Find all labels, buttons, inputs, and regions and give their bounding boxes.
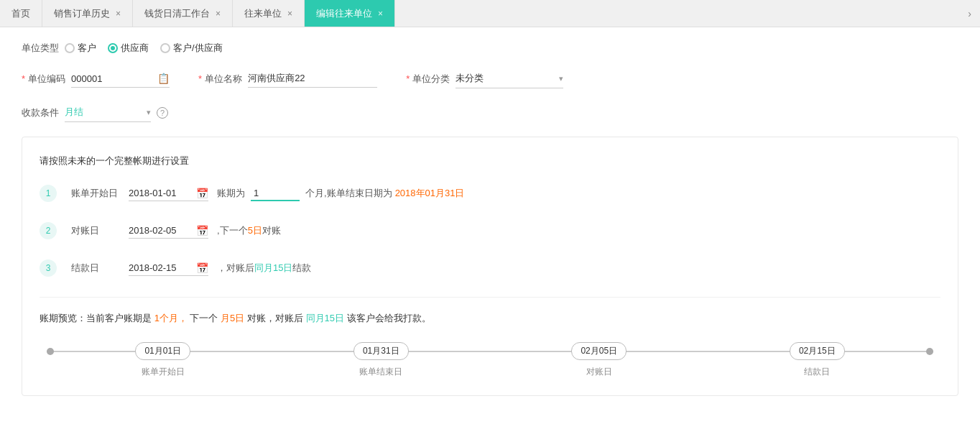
step-3-num: 3 [40,259,57,277]
step-1-period-label: 账期为 [217,187,245,200]
tab-editpartner-label: 编辑往来单位 [316,7,372,20]
timeline-node-3: 02月05日 对账日 [490,342,708,378]
tab-editpartner[interactable]: 编辑往来单位 × [305,0,395,27]
step-1-date-field: 📅 [129,186,208,201]
tab-editpartner-close[interactable]: × [378,9,383,19]
step-2-label: 对账日 [71,224,129,237]
help-icon[interactable]: ? [157,107,168,119]
preview-text: 账期预览：当前客户账期是 1个月， 下一个 月5日 对账，对账后 同月15日 该… [40,312,940,325]
unit-category-arrow: ▾ [559,74,563,83]
step-1-num: 1 [40,185,57,202]
step-3-label: 结款日 [71,262,129,275]
radio-both-label: 客户/供应商 [173,42,223,55]
timeline-pill-2: 01月31日 [353,342,409,360]
step-2-date-field: 📅 [129,224,208,239]
step-1-calendar-icon[interactable]: 📅 [196,188,208,199]
preview-part2-post: 对账，对账后 [247,313,303,323]
step-1-label: 账单开始日 [71,187,129,200]
step-1-period-end: 2018年01月31日 [395,187,465,200]
timeline-label-1: 账单开始日 [142,366,185,378]
step-2-desc-post: 对账 [262,224,281,237]
step-3-desc-teal: 同月15日 [254,262,292,275]
preview-part2-pre: 下一个 [190,313,218,323]
timeline-pill-1: 01月01日 [135,342,190,360]
unit-category-dropdown[interactable]: 未分类 ▾ [456,69,563,88]
tab-scroll-arrow[interactable]: › [959,8,980,19]
step-1-period-field [251,186,300,201]
unit-code-field: 📋 [71,70,170,88]
unit-name-group: * 单位名称 [198,70,377,88]
step-3-calendar-icon[interactable]: 📅 [196,262,208,274]
preview-label: 账期预览：当前客户账期是 [40,313,152,323]
unit-code-star: * [22,73,25,84]
tab-home[interactable]: 首页 [0,0,42,27]
radio-both[interactable]: 客户/供应商 [160,42,223,55]
tab-cashwork[interactable]: 钱货日清工作台 × [133,0,233,27]
tab-partner-close[interactable]: × [287,9,292,19]
timeline-pill-3: 02月05日 [571,342,627,360]
radio-group: 客户 供应商 客户/供应商 [65,42,223,55]
unit-name-label: 单位名称 [205,73,242,86]
radio-customer-label: 客户 [78,42,96,55]
radio-customer[interactable]: 客户 [65,42,96,55]
card-title: 请按照未来的一个完整帐期进行设置 [40,155,940,167]
radio-supplier-label: 供应商 [121,42,149,55]
tab-partner-label: 往来单位 [244,7,282,20]
timeline-start-dot [47,348,54,355]
tab-bar: 首页 销售订单历史 × 钱货日清工作台 × 往来单位 × 编辑往来单位 × › [0,0,980,27]
unit-info-row: * 单位编码 📋 * 单位名称 * 单位分类 未分类 ▾ [22,69,958,88]
step-1-date-input[interactable] [129,188,193,198]
timeline-label-3: 对账日 [586,366,612,378]
settings-card: 请按照未来的一个完整帐期进行设置 1 账单开始日 📅 账期为 个月,账单结束日期… [22,137,958,396]
timeline: 01月01日 账单开始日 01月31日 账单结束日 02月05日 对账日 02月… [40,342,940,378]
step-3-desc-pre: ，对账后 [217,262,254,275]
copy-icon[interactable]: 📋 [157,73,170,84]
timeline-node-1: 01月01日 账单开始日 [54,342,272,378]
payment-terms-group: 收款条件 月结 ▾ ? [22,103,168,122]
timeline-node-4: 02月15日 结款日 [708,342,927,378]
payment-terms-dropdown[interactable]: 月结 ▾ [65,103,151,122]
tab-sales[interactable]: 销售订单历史 × [42,0,133,27]
step-2-row: 2 对账日 📅 ,下一个 5日 对账 [40,222,940,239]
unit-category-group: * 单位分类 未分类 ▾ [406,69,563,88]
timeline-pill-4: 02月15日 [790,342,845,360]
step-3-row: 3 结款日 📅 ，对账后 同月15日 结款 [40,259,940,277]
step-3-date-input[interactable] [129,262,193,273]
unit-type-group: 单位类型 客户 供应商 客户/供应商 [22,42,223,55]
step-3-desc-post: 结款 [292,262,311,275]
unit-category-value: 未分类 [456,72,553,85]
tab-cashwork-close[interactable]: × [216,9,221,19]
step-2-num: 2 [40,222,57,239]
timeline-label-4: 结款日 [804,366,830,378]
unit-name-star: * [198,73,202,84]
page-content: 单位类型 客户 供应商 客户/供应商 * 单位编码 [0,27,980,437]
radio-supplier-circle [108,43,118,53]
unit-code-label: 单位编码 [28,73,65,86]
payment-terms-value: 月结 [65,106,141,119]
preview-part3-teal: 同月15日 [306,313,344,323]
step-1-period-input[interactable] [254,188,297,198]
tab-cashwork-label: 钱货日清工作台 [144,7,210,20]
unit-type-label: 单位类型 [22,42,59,55]
step-2-date-input[interactable] [129,225,193,236]
tab-sales-close[interactable]: × [116,9,121,19]
tab-partner[interactable]: 往来单位 × [233,0,305,27]
radio-supplier[interactable]: 供应商 [108,42,149,55]
unit-code-group: * 单位编码 📋 [22,70,170,88]
payment-terms-row: 收款条件 月结 ▾ ? [22,103,958,122]
radio-both-circle [160,43,170,53]
timeline-node-2: 01月31日 账单结束日 [272,342,491,378]
step-3-date-field: 📅 [129,261,208,276]
radio-customer-circle [65,43,75,53]
step-2-calendar-icon[interactable]: 📅 [196,225,208,236]
timeline-end-dot [926,348,933,355]
step-1-row: 1 账单开始日 📅 账期为 个月,账单结束日期为 2018年01月31日 [40,185,940,202]
step-2-desc-orange: 5日 [248,224,262,237]
unit-name-input[interactable] [248,70,377,88]
step-2-desc-pre: ,下一个 [217,224,248,237]
unit-category-star: * [406,73,410,84]
step-1-period-suffix: 个月,账单结束日期为 [305,187,392,200]
preview-section: 账期预览：当前客户账期是 1个月， 下一个 月5日 对账，对账后 同月15日 该… [40,297,940,378]
unit-code-input[interactable] [71,73,157,84]
preview-part3-post: 该客户会给我打款。 [347,313,431,323]
